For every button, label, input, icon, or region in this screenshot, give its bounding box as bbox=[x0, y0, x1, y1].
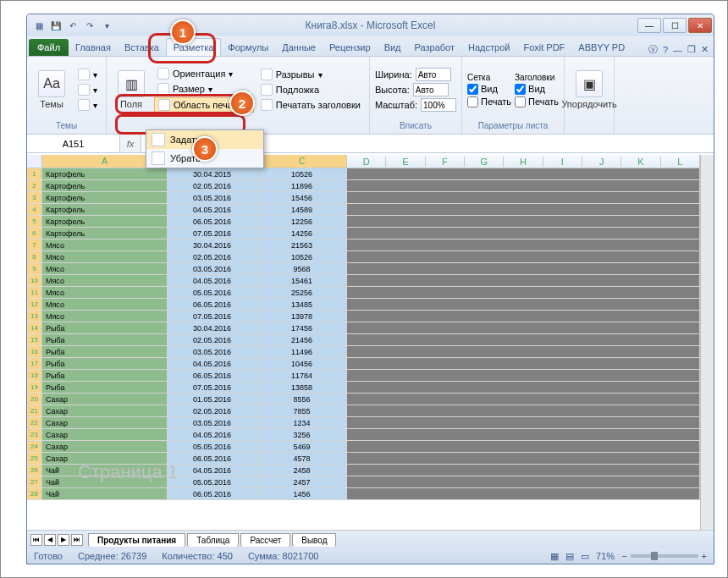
cell[interactable]: 14589 bbox=[257, 204, 347, 216]
table-row[interactable]: 24Сахар05.05.20165469 bbox=[27, 441, 700, 453]
cell[interactable]: 02.05.2016 bbox=[168, 180, 257, 192]
row-header[interactable]: 16 bbox=[27, 346, 42, 358]
select-all-corner[interactable] bbox=[27, 155, 42, 168]
cell[interactable]: Сахар bbox=[42, 429, 168, 441]
table-row[interactable]: 12Мясо06.05.201613485 bbox=[27, 299, 700, 311]
row-header[interactable]: 6 bbox=[27, 228, 42, 239]
height-input[interactable] bbox=[413, 83, 449, 96]
cell[interactable]: 11896 bbox=[257, 180, 347, 192]
cell[interactable]: 8556 bbox=[257, 394, 347, 405]
help-icon[interactable]: ? bbox=[663, 45, 668, 55]
col-header-c[interactable]: C bbox=[257, 155, 347, 168]
row-header[interactable]: 10 bbox=[27, 275, 42, 287]
breaks-button[interactable]: Разрывы ▾ bbox=[257, 68, 364, 81]
cell[interactable]: 13858 bbox=[257, 382, 347, 394]
scale-scale[interactable]: Масштаб: bbox=[375, 98, 456, 112]
cell[interactable]: 13485 bbox=[257, 299, 347, 311]
cell[interactable]: 06.05.2016 bbox=[168, 216, 257, 228]
headings-print-check[interactable]: Печать bbox=[515, 96, 559, 107]
cell[interactable]: 05.05.2016 bbox=[168, 476, 257, 488]
table-row[interactable]: 13Мясо07.05.201613978 bbox=[27, 311, 700, 322]
gridlines-view-check[interactable]: Вид bbox=[467, 84, 511, 95]
cell[interactable]: 11496 bbox=[257, 346, 347, 358]
sheet-tab-0[interactable]: Продукты питания bbox=[88, 533, 185, 547]
cell[interactable]: 12256 bbox=[257, 216, 347, 228]
save-icon[interactable]: 💾 bbox=[49, 19, 63, 32]
cell[interactable]: 07.05.2016 bbox=[168, 382, 257, 394]
cell[interactable]: Рыба bbox=[42, 382, 168, 394]
doc-close-icon[interactable]: ✕ bbox=[701, 44, 709, 55]
theme-colors-button[interactable]: ▾ bbox=[74, 68, 101, 81]
cell[interactable]: 30.04.2015 bbox=[168, 168, 257, 180]
row-header[interactable]: 20 bbox=[27, 394, 42, 405]
cell[interactable]: 15461 bbox=[257, 275, 347, 287]
cell[interactable]: 02.05.2016 bbox=[168, 405, 257, 417]
view-break-icon[interactable]: ▭ bbox=[581, 551, 589, 562]
width-scale[interactable]: Ширина: bbox=[375, 68, 456, 81]
tab-data[interactable]: Данные bbox=[275, 39, 323, 56]
themes-button[interactable]: AaТемы bbox=[32, 70, 71, 109]
table-row[interactable]: 16Рыба03.05.201611496 bbox=[27, 346, 700, 358]
scale-input[interactable] bbox=[421, 98, 456, 112]
cell[interactable]: 03.05.2016 bbox=[168, 346, 257, 358]
cell[interactable]: 03.05.2016 bbox=[168, 263, 257, 275]
table-row[interactable]: 21Сахар02.05.20167855 bbox=[27, 405, 700, 417]
table-row[interactable]: 4Картофель04.05.201614589 bbox=[27, 204, 700, 216]
cell[interactable]: Мясо bbox=[42, 311, 168, 322]
close-button[interactable]: ✕ bbox=[688, 18, 712, 33]
tab-addins[interactable]: Надстрой bbox=[461, 39, 516, 56]
sheet-tab-2[interactable]: Рассчет bbox=[240, 533, 290, 547]
table-row[interactable]: 22Сахар03.05.20161234 bbox=[27, 417, 700, 429]
cell[interactable]: 02.05.2016 bbox=[168, 334, 257, 346]
cell[interactable]: 04.05.2016 bbox=[168, 275, 257, 287]
tab-developer[interactable]: Разработ bbox=[408, 39, 461, 56]
cell[interactable]: 2457 bbox=[257, 476, 347, 488]
minimize-ribbon-icon[interactable]: ⓥ bbox=[648, 43, 658, 56]
cell[interactable]: 05.05.2016 bbox=[168, 441, 257, 453]
cell[interactable]: 03.05.2016 bbox=[168, 192, 257, 204]
cell[interactable]: 30.04.2016 bbox=[168, 239, 257, 251]
table-row[interactable]: 27Чай05.05.20162457 bbox=[27, 476, 700, 488]
cell[interactable]: 30.04.2016 bbox=[168, 322, 257, 334]
table-row[interactable]: 19Рыба07.05.201613858 bbox=[27, 382, 700, 394]
tab-foxit[interactable]: Foxit PDF bbox=[516, 39, 571, 56]
cell[interactable]: Рыба bbox=[42, 346, 168, 358]
row-header[interactable]: 3 bbox=[27, 192, 42, 204]
table-row[interactable]: 8Мясо02.05.201610526 bbox=[27, 251, 700, 263]
cell[interactable]: Картофель bbox=[42, 168, 168, 180]
gridlines-print-check[interactable]: Печать bbox=[467, 96, 511, 107]
redo-icon[interactable]: ↷ bbox=[83, 19, 97, 32]
margins-button[interactable]: ▥Поля bbox=[112, 70, 151, 109]
row-header[interactable]: 23 bbox=[27, 429, 42, 441]
headings-view-check[interactable]: Вид bbox=[515, 84, 559, 95]
cell[interactable]: 1456 bbox=[257, 488, 347, 500]
table-row[interactable]: 5Картофель06.05.201612256 bbox=[27, 216, 700, 228]
tab-view[interactable]: Вид bbox=[378, 39, 408, 56]
cell[interactable]: 04.05.2016 bbox=[168, 429, 257, 441]
cell[interactable]: 01.05.2016 bbox=[168, 394, 257, 405]
view-normal-icon[interactable]: ▦ bbox=[550, 551, 559, 562]
cell[interactable]: 3256 bbox=[257, 429, 347, 441]
background-button[interactable]: Подложка bbox=[257, 83, 364, 96]
cell[interactable]: Сахар bbox=[42, 405, 168, 417]
table-row[interactable]: 6Картофель07.05.201614256 bbox=[27, 228, 700, 239]
col-headers-rest[interactable]: D E F G H I J K L bbox=[347, 155, 700, 168]
table-row[interactable]: 10Мясо04.05.201615461 bbox=[27, 275, 700, 287]
cell[interactable]: 06.05.2016 bbox=[168, 299, 257, 311]
cell[interactable]: Мясо bbox=[42, 239, 168, 251]
cell[interactable]: Рыба bbox=[42, 322, 168, 334]
doc-restore-icon[interactable]: ❐ bbox=[687, 44, 696, 55]
cell[interactable]: 03.05.2016 bbox=[168, 417, 257, 429]
orientation-button[interactable]: Ориентация ▾ bbox=[154, 67, 254, 80]
cell[interactable]: Сахар bbox=[42, 394, 168, 405]
row-header[interactable]: 4 bbox=[27, 204, 42, 216]
cell[interactable]: Мясо bbox=[42, 299, 168, 311]
print-titles-button[interactable]: Печатать заголовки bbox=[257, 98, 364, 112]
cell[interactable]: Мясо bbox=[42, 263, 168, 275]
table-row[interactable]: 9Мясо03.05.20169568 bbox=[27, 263, 700, 275]
cell[interactable]: 21456 bbox=[257, 334, 347, 346]
table-row[interactable]: 25Сахар06.05.20164578 bbox=[27, 453, 700, 465]
cell[interactable]: Картофель bbox=[42, 228, 168, 239]
cell[interactable]: 5469 bbox=[257, 441, 347, 453]
cell[interactable]: 10526 bbox=[257, 251, 347, 263]
